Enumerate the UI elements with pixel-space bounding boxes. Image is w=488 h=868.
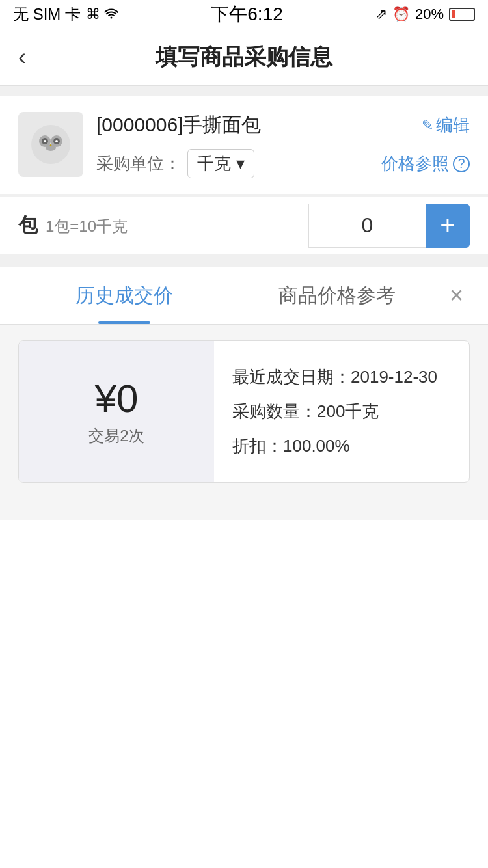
discount-line: 折扣：100.00% [232, 433, 451, 459]
dropdown-icon: ▾ [236, 154, 245, 174]
svg-point-5 [44, 140, 46, 142]
tabs-section: 历史成交价 商品价格参考 × [0, 267, 488, 325]
history-section: ¥0 交易2次 最近成交日期：2019-12-30 采购数量：200千克 折扣：… [0, 325, 488, 520]
svg-point-6 [55, 140, 58, 142]
recent-date-line: 最近成交日期：2019-12-30 [232, 364, 451, 390]
history-card: ¥0 交易2次 最近成交日期：2019-12-30 采购数量：200千克 折扣：… [18, 340, 470, 483]
history-price-value: ¥0 [95, 377, 139, 420]
quantity-input[interactable] [308, 204, 426, 248]
qty-unit: 包 [18, 212, 38, 239]
qty-conversion: 1包=10千克 [46, 216, 128, 237]
edit-icon: ✎ [422, 117, 433, 134]
purchase-unit-label: 采购单位： [96, 152, 181, 175]
history-trade-count: 交易2次 [88, 426, 144, 446]
tab-underline [98, 321, 150, 324]
tab-history-price[interactable]: 历史成交价 [18, 267, 230, 324]
quantity-section: 包 1包=10千克 + [0, 197, 488, 254]
product-thumbnail [18, 112, 83, 177]
quantity-plus-button[interactable]: + [426, 204, 470, 248]
bottom-area [0, 520, 488, 868]
status-right: ⇗ ⏰ 20% [375, 6, 475, 23]
product-card: [0000006]手撕面包 ✎ 编辑 采购单位： 千克 ▾ 价格参照 ? [0, 96, 488, 194]
location-icon: ⇗ [375, 6, 387, 23]
history-price-block: ¥0 交易2次 [19, 341, 214, 482]
price-reference-button[interactable]: 价格参照 ? [381, 152, 470, 175]
status-time: 下午6:12 [211, 2, 283, 27]
nav-bar: ‹ 填写商品采购信息 [0, 29, 488, 86]
edit-button[interactable]: ✎ 编辑 [422, 114, 470, 137]
status-bar: 无 SIM 卡 ⌘ 下午6:12 ⇗ ⏰ 20% [0, 0, 488, 29]
battery-percent: 20% [415, 6, 444, 23]
carrier-text: 无 SIM 卡 [13, 4, 81, 25]
wifi-icon: ⌘ [86, 6, 118, 23]
help-icon: ? [453, 156, 470, 172]
unit-selector[interactable]: 千克 ▾ [187, 149, 254, 178]
product-name: [0000006]手撕面包 [96, 112, 261, 139]
quantity-input-area: + [308, 204, 470, 248]
tab-close-button[interactable]: × [443, 282, 470, 309]
quantity-label-block: 包 1包=10千克 [18, 212, 308, 239]
battery-icon [449, 8, 475, 21]
section-divider [0, 254, 488, 267]
purchase-qty-line: 采购数量：200千克 [232, 399, 451, 424]
status-left: 无 SIM 卡 ⌘ [13, 4, 118, 25]
alarm-icon: ⏰ [392, 6, 410, 23]
product-info: [0000006]手撕面包 ✎ 编辑 采购单位： 千克 ▾ 价格参照 ? [96, 112, 470, 178]
back-button[interactable]: ‹ [18, 46, 26, 69]
history-details-block: 最近成交日期：2019-12-30 采购数量：200千克 折扣：100.00% [214, 341, 469, 482]
page-title: 填写商品采购信息 [156, 42, 332, 72]
tabs-header: 历史成交价 商品价格参考 × [0, 267, 488, 324]
tab-product-price-ref[interactable]: 商品价格参考 [230, 267, 442, 324]
